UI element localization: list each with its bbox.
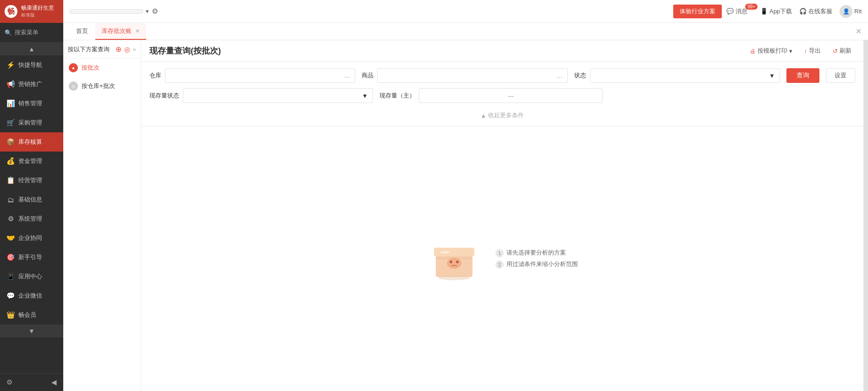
topbar-gear-button[interactable]: ⚙: [152, 7, 158, 16]
hint-2-text: 用过滤条件来缩小分析范围: [506, 260, 578, 268]
product-input[interactable]: ...: [377, 68, 567, 83]
sidebar-item-system[interactable]: ⚙ 系统管理: [0, 209, 63, 228]
empty-hint-2: 2 用过滤条件来缩小分析范围: [495, 260, 578, 269]
tab-close-icon[interactable]: ✕: [135, 28, 140, 34]
stock-status-select[interactable]: ▼: [183, 88, 373, 103]
customer-service-button[interactable]: 🎧 在线客服: [799, 7, 832, 16]
user-profile-button[interactable]: 👤 Rit: [840, 5, 862, 18]
status-select[interactable]: ▼: [590, 68, 780, 83]
content-area: 按以下方案查询 ⊕ ◎ « ● 按批次 ◎ 按仓库+批次 现存量查询(按批次): [63, 40, 868, 391]
scheme-settings-button[interactable]: ◎: [124, 45, 130, 54]
status-chevron-icon: ▼: [769, 72, 775, 79]
sidebar-item-member[interactable]: 👑 畅会员: [0, 305, 63, 325]
scheme-by-batch-label: 按批次: [82, 64, 99, 72]
topbar-right: 💬 消息 99+ 📱 App下载 🎧 在线客服 👤 Rit: [726, 5, 862, 18]
topbar-search-box[interactable]: [70, 9, 143, 14]
app-download-button[interactable]: 📱 App下载: [760, 7, 792, 16]
print-button[interactable]: 🖨 按模板打印 ▾: [746, 45, 796, 57]
tab-inventory-batch[interactable]: 库存批次账 ✕: [95, 23, 146, 40]
sidebar-header: 畅 畅康通好生意 标准版: [0, 0, 63, 23]
finance-icon: 💰: [6, 157, 15, 165]
svg-point-2: [447, 258, 461, 269]
scheme-add-button[interactable]: ⊕: [115, 45, 121, 54]
app-logo: 畅: [5, 5, 17, 18]
warehouse-input[interactable]: ...: [165, 68, 355, 83]
stock-status-label: 现存量状态: [149, 92, 179, 100]
page-header: 现存量查询(按批次) 🖨 按模板打印 ▾ ↑ 导出 ↺ 刷新: [141, 40, 863, 62]
messages-button[interactable]: 💬 消息 99+: [726, 7, 753, 16]
sidebar-item-label: 采购管理: [18, 119, 42, 127]
sidebar-search-button[interactable]: 🔍 搜索菜单: [5, 27, 59, 38]
tab-home-label: 首页: [76, 27, 88, 35]
export-button[interactable]: ↑ 导出: [801, 45, 825, 57]
print-dropdown-icon[interactable]: ▾: [789, 48, 792, 54]
sidebar-item-label: 库存核算: [18, 138, 42, 146]
svg-point-4: [456, 261, 459, 263]
collapse-more-button[interactable]: ▲ 收起更多条件: [149, 109, 855, 119]
sidebar-item-label: 资金管理: [18, 157, 42, 165]
sidebar-item-marketing[interactable]: 📢 营销推广: [0, 75, 63, 94]
empty-state: 1 请先选择要分析的方案 2 用过滤条件来缩小分析范围: [141, 126, 863, 391]
marketing-icon: 📢: [6, 80, 15, 88]
sidebar-collapse-icon[interactable]: ◀: [51, 378, 57, 386]
sidebar-item-quick-nav[interactable]: ⚡ 快捷导航: [0, 55, 63, 75]
sidebar-item-sales[interactable]: 📊 销售管理: [0, 94, 63, 113]
apps-icon: 📱: [6, 272, 15, 281]
topbar: ▾ ⚙ 体验行业方案 💬 消息 99+ 📱 App下载 🎧 在线客服 👤: [63, 0, 868, 23]
tab-home[interactable]: 首页: [70, 23, 94, 40]
scheme-item-by-warehouse-batch[interactable]: ◎ 按仓库+批次: [63, 77, 141, 95]
warehouse-label: 仓库: [149, 71, 161, 80]
tabs-bar-close-button[interactable]: ✕: [856, 27, 862, 36]
quick-nav-icon: ⚡: [6, 61, 15, 69]
main-area: ▾ ⚙ 体验行业方案 💬 消息 99+ 📱 App下载 🎧 在线客服 👤: [63, 0, 868, 391]
product-dots[interactable]: ...: [556, 71, 562, 80]
sidebar-search-area[interactable]: 🔍 搜索菜单: [0, 23, 63, 43]
customer-service-label: 在线客服: [808, 7, 832, 16]
sidebar-item-label: 快捷导航: [18, 61, 42, 69]
sidebar: 畅 畅康通好生意 标准版 🔍 搜索菜单 ▲ ⚡ 快捷导航 📢 营销推广 📊 销售…: [0, 0, 63, 391]
messages-badge: 99+: [745, 4, 758, 10]
sidebar-item-enterprise[interactable]: 🤝 企业协同: [0, 228, 63, 248]
sidebar-item-apps[interactable]: 📱 应用中心: [0, 267, 63, 286]
sidebar-item-operation[interactable]: 📋 经营管理: [0, 171, 63, 190]
chevron-up-icon: ▲: [481, 112, 487, 119]
avatar: 👤: [840, 5, 852, 18]
status-label: 状态: [574, 71, 586, 80]
filter-settings-button[interactable]: 设置: [826, 68, 855, 83]
sidebar-item-purchase[interactable]: 🛒 采购管理: [0, 113, 63, 132]
stock-qty-range[interactable]: —: [419, 88, 603, 103]
sidebar-item-label: 应用中心: [18, 272, 42, 281]
stock-status-chevron-icon: ▼: [362, 92, 368, 99]
tabs-bar: 首页 库存批次账 ✕ ✕: [63, 23, 868, 40]
filter-row-2: 现存量状态 ▼ 现存量（主） —: [149, 88, 855, 103]
sidebar-item-newbie[interactable]: 🎯 新手引导: [0, 248, 63, 267]
topbar-dropdown-button[interactable]: ▾: [146, 8, 149, 15]
sidebar-item-basic[interactable]: 🗂 基础信息: [0, 190, 63, 209]
sidebar-item-label: 系统管理: [18, 215, 42, 223]
app-title: 畅康通好生意: [21, 5, 54, 12]
scheme-item-by-batch[interactable]: ● 按批次: [63, 59, 141, 77]
empty-hints: 1 请先选择要分析的方案 2 用过滤条件来缩小分析范围: [495, 249, 578, 269]
sidebar-item-finance[interactable]: 💰 资金管理: [0, 152, 63, 171]
avatar-icon: 👤: [843, 8, 850, 15]
filter-stock-qty: 现存量（主） —: [379, 88, 603, 103]
refresh-button[interactable]: ↺ 刷新: [829, 45, 855, 57]
query-button[interactable]: 查询: [786, 68, 819, 83]
empty-illustration: [427, 227, 482, 282]
sidebar-scroll-up[interactable]: ▲: [0, 43, 63, 55]
enterprise-icon: 🤝: [6, 234, 15, 242]
search-icon: 🔍: [5, 29, 12, 36]
sidebar-item-wechat[interactable]: 💬 企业微信: [0, 286, 63, 305]
right-scrollbar[interactable]: [863, 40, 868, 391]
sidebar-item-inventory[interactable]: 📦 库存核算: [0, 132, 63, 152]
svg-rect-5: [440, 251, 450, 253]
sidebar-scroll-down[interactable]: ▼: [0, 325, 63, 337]
trial-button[interactable]: 体验行业方案: [673, 5, 722, 18]
operation-icon: 📋: [6, 176, 15, 185]
settings-gear-icon[interactable]: ⚙: [6, 378, 12, 386]
app-edition: 标准版: [21, 12, 54, 18]
warehouse-dots[interactable]: ...: [344, 71, 350, 80]
page-header-actions: 🖨 按模板打印 ▾ ↑ 导出 ↺ 刷新: [746, 45, 856, 57]
headset-icon: 🎧: [799, 8, 807, 15]
scheme-collapse-button[interactable]: «: [133, 46, 136, 53]
